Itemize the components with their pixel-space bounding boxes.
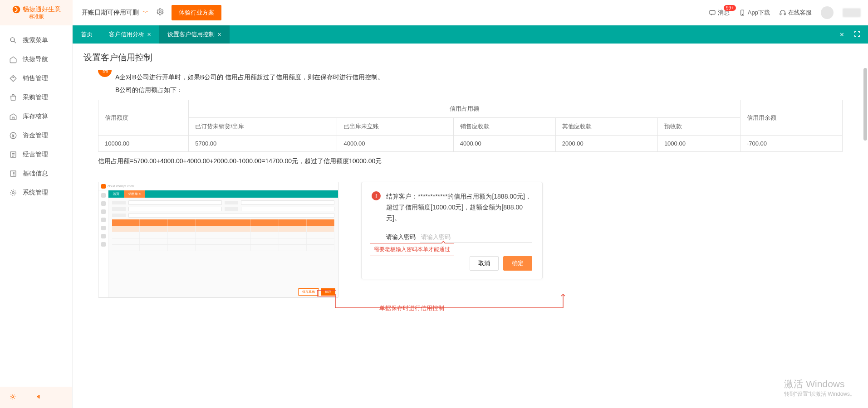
brand-name: 畅捷通好生意	[23, 5, 61, 14]
sidebar-item-funds[interactable]: 资金管理	[0, 126, 72, 145]
sidebar-item-label: 采购管理	[23, 93, 48, 102]
tag-icon	[9, 74, 17, 83]
online-service-button[interactable]: 在线客服	[779, 9, 812, 17]
phone-icon	[739, 9, 746, 16]
example-intro-text: A企对B公司进行开单时，如果B公司的 信用占用额超过了信用额度，则在保存时进行信…	[115, 71, 843, 83]
svg-point-9	[13, 77, 14, 78]
sidebar-item-purchase[interactable]: 采购管理	[0, 88, 72, 107]
sidebar-item-label: 快捷导航	[23, 55, 48, 63]
content-scroll[interactable]: 例 A企对B公司进行开单时，如果B公司的 信用占用额超过了信用额度，则在保存时进…	[73, 68, 868, 408]
credit-warning-dialog: ! 结算客户：************的信用占用额为[1888.00元]，超过了…	[361, 182, 543, 279]
sidebar-item-system[interactable]: 系统管理	[0, 183, 72, 202]
credit-table: 信用额度 信用占用额 信用用余额 已订货未销货/出库 已出库未立账 销售应收款 …	[98, 100, 843, 152]
settings-gear-icon[interactable]	[156, 8, 164, 17]
cancel-button[interactable]: 取消	[470, 256, 499, 271]
mini-tab: 首页	[108, 190, 124, 198]
close-icon[interactable]: ✕	[217, 32, 221, 38]
scroll-thumb[interactable]	[863, 68, 867, 141]
sidebar-item-label: 销售管理	[23, 74, 48, 83]
list-icon	[9, 170, 17, 178]
sidebar-item-baseinfo[interactable]: 基础信息	[0, 164, 72, 183]
warning-icon: !	[372, 191, 381, 200]
footer-gear-icon[interactable]	[9, 393, 16, 402]
cell: 4000.00	[337, 136, 453, 152]
th-col: 销售应收款	[453, 118, 555, 136]
svg-rect-3	[710, 10, 715, 14]
sidebar-item-operation[interactable]: 经营管理	[0, 145, 72, 164]
sidebar-item-sales[interactable]: 销售管理	[0, 69, 72, 88]
th-col: 已订货未销货/出库	[189, 118, 337, 136]
svg-point-13	[10, 190, 16, 195]
password-input[interactable]	[420, 232, 532, 243]
svg-point-0	[13, 6, 20, 14]
example-badge: 例	[98, 68, 112, 77]
dialog-message: 结算客户：************的信用占用额为[1888.00元]，超过了信用…	[386, 191, 532, 223]
account-title-text: 开账日期可停用可删	[82, 9, 139, 17]
tab-home[interactable]: 首页	[73, 25, 101, 44]
sidebar-footer	[0, 387, 72, 408]
sidebar-item-label: 基础信息	[23, 170, 48, 178]
mini-save-button: 保存	[321, 288, 335, 296]
fullscreen-icon[interactable]	[852, 29, 863, 41]
headset-icon	[779, 9, 786, 16]
figures-row: cloud.chanjet.com/... 首页销售单 ×	[98, 182, 843, 298]
system-icon	[9, 189, 17, 197]
sidebar-item-label: 搜索菜单	[23, 36, 48, 44]
topbar-right: 消息 99+ App下载 在线客服	[709, 6, 861, 19]
page-title: 设置客户信用控制	[73, 44, 868, 68]
tab-credit-control[interactable]: 设置客户信用控制✕	[159, 25, 230, 44]
dialog-callout: 需要老板输入密码本单才能通过	[370, 243, 454, 256]
calculation-text: 信用占用额=5700.00+4000.00+4000.00+2000.00-10…	[98, 157, 843, 165]
user-avatar[interactable]	[821, 6, 834, 19]
figure-sales-voucher: cloud.chanjet.com/... 首页销售单 ×	[98, 182, 338, 298]
cell-quota: 10000.00	[98, 136, 189, 152]
messages-button[interactable]: 消息 99+	[709, 9, 730, 17]
search-icon	[9, 36, 17, 44]
svg-rect-6	[780, 13, 781, 15]
tab-label: 客户信用分析	[109, 30, 144, 39]
svg-point-5	[742, 14, 742, 15]
tabs-close-all-icon[interactable]: ✕	[838, 29, 846, 40]
th-col: 其他应收款	[555, 118, 657, 136]
sidebar: 搜索菜单 快捷导航 销售管理 采购管理 库存核算 资金管理	[0, 25, 73, 408]
cell-balance: -700.00	[740, 136, 842, 152]
mini-save-draft: 保存草稿	[298, 288, 319, 296]
app-download-button[interactable]: App下载	[739, 9, 770, 17]
main: 首页 客户信用分析✕ 设置客户信用控制✕ ✕ 设置客户信用控制 例 A企对B公司…	[73, 25, 868, 408]
close-icon[interactable]: ✕	[147, 32, 151, 38]
report-icon	[9, 151, 17, 159]
sidebar-item-search[interactable]: 搜索菜单	[0, 31, 72, 50]
chevron-down-icon: ﹀	[142, 9, 149, 17]
svg-rect-16	[39, 395, 39, 398]
sidebar-item-inventory[interactable]: 库存核算	[0, 107, 72, 126]
scrollbar[interactable]	[863, 68, 867, 408]
tabs-bar: 首页 客户信用分析✕ 设置客户信用控制✕ ✕	[73, 25, 868, 44]
example-sub-text: B公司的信用额占如下：	[115, 86, 843, 94]
ok-button[interactable]: 确定	[503, 256, 532, 271]
figure-caption: 单据保存时进行信用控制	[379, 304, 444, 312]
messages-badge: 99+	[724, 5, 736, 11]
online-service-label: 在线客服	[788, 9, 812, 17]
app-download-label: App下载	[748, 9, 770, 17]
mini-tab: 销售单 ×	[124, 190, 145, 198]
account-title-dropdown[interactable]: 开账日期可停用可删 ﹀	[82, 9, 149, 17]
warehouse-icon	[9, 112, 17, 121]
footer-collapse-icon[interactable]	[34, 393, 42, 402]
tab-credit-analysis[interactable]: 客户信用分析✕	[101, 25, 159, 44]
svg-point-14	[12, 192, 15, 194]
sidebar-item-quicknav[interactable]: 快捷导航	[0, 50, 72, 69]
cell: 1000.00	[657, 136, 740, 152]
svg-point-2	[159, 11, 162, 13]
bag-icon	[9, 93, 17, 102]
th-balance: 信用用余额	[740, 100, 842, 136]
svg-point-15	[12, 396, 14, 398]
cta-industry-plan-button[interactable]: 体验行业方案	[172, 5, 221, 20]
sidebar-item-label: 资金管理	[23, 131, 48, 140]
table-row: 10000.00 5700.00 4000.00 4000.00 2000.00…	[98, 136, 843, 152]
cell: 4000.00	[453, 136, 555, 152]
sidebar-item-label: 系统管理	[23, 189, 48, 197]
connector-line	[327, 294, 572, 317]
brand-edition: 标准版	[29, 13, 44, 20]
svg-rect-7	[784, 13, 785, 15]
chat-icon	[709, 9, 716, 16]
